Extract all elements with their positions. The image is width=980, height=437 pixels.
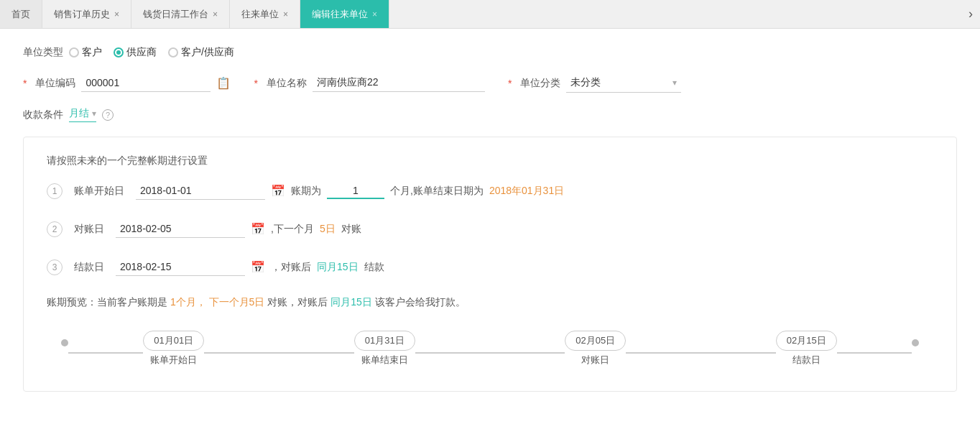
settings-panel: 请按照未来的一个完整帐期进行设置 1 账单开始日 📅 账期为 个月,账单结束日期…: [23, 137, 957, 392]
tl-label-2: 账单结束日: [361, 354, 408, 367]
step-1-period-unit: 个月,账单结束日期为: [390, 185, 484, 198]
unit-code-label: 单位编码: [35, 77, 75, 90]
step-1-period-end: 2018年01月31日: [489, 185, 564, 198]
tl-node-1: 01月01日 账单开始日: [68, 331, 279, 367]
unit-code-required: *: [23, 78, 27, 89]
preview-suffix: 该客户会给我打款。: [375, 296, 466, 308]
preview-middle: 下一个月5日: [209, 296, 265, 308]
tl-node-4: 02月15日 结款日: [701, 331, 912, 367]
tab-cash-clearance[interactable]: 钱货日清工作台 ×: [131, 0, 230, 28]
tab-cash-clearance-close[interactable]: ×: [213, 9, 218, 19]
radio-supplier-circle: [114, 47, 124, 58]
unit-code-field: * 单位编码 📋: [23, 74, 231, 92]
step-3-day: 同月15日: [317, 261, 359, 274]
unit-category-label: 单位分类: [520, 77, 560, 90]
tl-node-2: 01月31日 账单结束日: [279, 331, 491, 367]
payment-dropdown[interactable]: 月结 ▾: [69, 107, 96, 122]
unit-name-input[interactable]: [313, 74, 485, 92]
step-2-date-input[interactable]: [116, 220, 245, 238]
preview-middle2: 对账，对账后: [267, 296, 328, 308]
tl-label-4: 结款日: [792, 354, 820, 367]
period-input[interactable]: [327, 183, 384, 199]
tl-pill-1: 01月01日: [143, 331, 204, 351]
unit-type-label: 单位类型: [23, 46, 63, 59]
step-3-suffix: 结款: [364, 261, 384, 274]
step-2-label: 对账日: [74, 223, 104, 236]
step-3-prefix: ，对账后: [271, 261, 311, 274]
unit-name-field: * 单位名称: [254, 74, 484, 92]
payment-value: 月结: [69, 107, 89, 120]
tl-end-dot: [912, 331, 919, 346]
tab-contacts-close[interactable]: ×: [283, 9, 288, 19]
tab-cash-clearance-label: 钱货日清工作台: [143, 8, 208, 21]
tl-pill-2: 01月31日: [354, 331, 415, 351]
tabs-bar: 首页 销售订单历史 × 钱货日清工作台 × 往来单位 × 编辑往来单位 × ›: [0, 0, 980, 29]
step-2-calendar-icon[interactable]: 📅: [251, 222, 265, 236]
unit-code-copy-icon[interactable]: 📋: [216, 76, 231, 90]
step-3-calendar-icon[interactable]: 📅: [251, 260, 265, 274]
step-1-label: 账单开始日: [74, 185, 124, 198]
unit-info-row: * 单位编码 📋 * 单位名称 * 单位分类 未分类 ▾: [23, 73, 957, 93]
tab-more-button[interactable]: ›: [961, 0, 980, 28]
radio-both-circle: [168, 47, 178, 58]
timeline: 01月01日 账单开始日 01月31日 账单结束日: [47, 323, 933, 374]
step-2-content: 📅 ,下一个月5日 对账: [116, 220, 361, 238]
step-3-content: 📅 ，对账后 同月15日 结款: [116, 258, 384, 276]
radio-supplier-label: 供应商: [126, 46, 157, 59]
unit-type-row: 单位类型 客户 供应商 客户/供应商: [23, 46, 957, 59]
tl-start-dot: [61, 331, 68, 346]
radio-customer-circle: [69, 47, 79, 58]
payment-help-icon[interactable]: ?: [102, 109, 114, 121]
tab-edit-contact[interactable]: 编辑往来单位 ×: [300, 0, 389, 28]
preview-prefix: 账期预览：当前客户账期是: [47, 296, 167, 308]
radio-both[interactable]: 客户/供应商: [168, 46, 234, 59]
tl-label-1: 账单开始日: [150, 354, 197, 367]
tl-node-3: 02月05日 对账日: [490, 331, 701, 367]
radio-both-label: 客户/供应商: [181, 46, 234, 59]
unit-category-required: *: [508, 78, 512, 89]
tl-pill-4: 02月15日: [776, 331, 837, 351]
step-2-suffix: 对账: [341, 223, 361, 236]
radio-customer-label: 客户: [82, 46, 102, 59]
unit-category-dropdown[interactable]: 未分类 ▾: [566, 73, 681, 93]
preview-month: 1个月，: [170, 296, 206, 308]
step-1-period-before: 账期为: [291, 185, 321, 198]
step-2-row: 2 对账日 📅 ,下一个月5日 对账: [47, 220, 933, 238]
tab-contacts[interactable]: 往来单位 ×: [230, 0, 300, 28]
panel-hint: 请按照未来的一个完整帐期进行设置: [47, 155, 933, 167]
unit-name-required: *: [254, 78, 257, 89]
unit-category-value: 未分类: [570, 76, 670, 89]
tab-home-label: 首页: [11, 8, 30, 21]
tl-pill-3: 02月05日: [565, 331, 626, 351]
tab-sales-history[interactable]: 销售订单历史 ×: [42, 0, 131, 28]
radio-customer[interactable]: 客户: [69, 46, 102, 59]
step-1-calendar-icon[interactable]: 📅: [271, 184, 285, 198]
payment-arrow-icon: ▾: [92, 109, 96, 119]
preview-teal: 同月15日: [330, 296, 372, 308]
step-2-prefix: ,下一个月: [271, 223, 314, 236]
tab-sales-history-close[interactable]: ×: [114, 9, 119, 19]
tab-edit-contact-close[interactable]: ×: [372, 9, 377, 19]
tab-contacts-label: 往来单位: [241, 8, 279, 21]
unit-type-field: 单位类型 客户 供应商 客户/供应商: [23, 46, 234, 59]
step-1-content: 📅 账期为 个月,账单结束日期为 2018年01月31日: [136, 182, 564, 200]
step-2-number: 2: [47, 221, 63, 237]
unit-name-label: 单位名称: [267, 77, 307, 90]
preview-text: 账期预览：当前客户账期是 1个月， 下一个月5日 对账，对账后 同月15日 该客…: [47, 296, 933, 309]
payment-row: 收款条件 月结 ▾ ?: [23, 107, 957, 122]
unit-type-radio-group: 客户 供应商 客户/供应商: [69, 46, 234, 59]
tl-label-3: 对账日: [581, 354, 609, 367]
tab-sales-history-label: 销售订单历史: [54, 8, 110, 21]
tab-edit-contact-label: 编辑往来单位: [312, 8, 368, 21]
unit-category-field: * 单位分类 未分类 ▾: [508, 73, 681, 93]
unit-category-arrow-icon: ▾: [672, 78, 677, 88]
step-3-date-input[interactable]: [116, 258, 245, 276]
payment-label: 收款条件: [23, 109, 63, 121]
unit-code-input[interactable]: [81, 74, 211, 92]
radio-supplier[interactable]: 供应商: [114, 46, 157, 59]
step-3-label: 结款日: [74, 261, 104, 274]
step-3-number: 3: [47, 259, 63, 275]
tab-home[interactable]: 首页: [0, 0, 42, 28]
step-2-day: 5日: [320, 223, 336, 236]
step-1-date-input[interactable]: [136, 182, 265, 200]
